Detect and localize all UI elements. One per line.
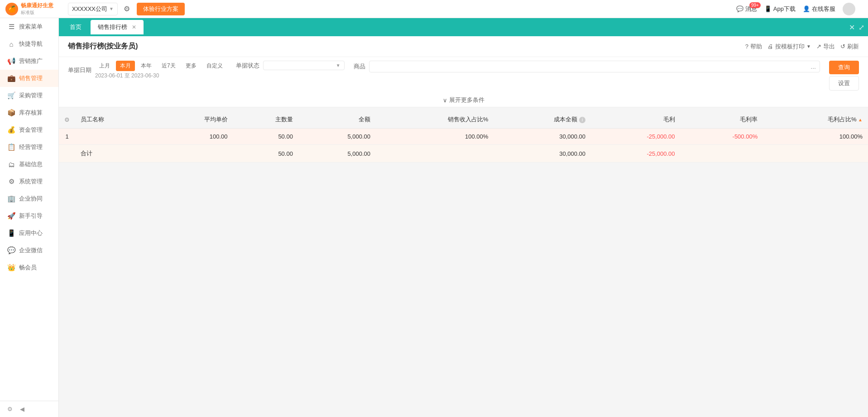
footer-gross-pct bbox=[763, 145, 868, 163]
cell-sales-pct: 100.00% bbox=[376, 129, 494, 145]
footer-label: 合计 bbox=[75, 145, 154, 163]
message-badge: 99+ bbox=[749, 2, 761, 8]
date-filter: 单据日期 上月 本月 本年 近7天 更多 自定义 2023-06-01 至 20… bbox=[68, 61, 227, 80]
col-cost: 成本全额 i bbox=[494, 111, 591, 129]
sidebar-item-label: 企业微信 bbox=[19, 246, 43, 254]
status-label: 单据状态 bbox=[236, 62, 259, 70]
footer-sales-pct bbox=[376, 145, 494, 163]
sidebar-item-label: 搜索菜单 bbox=[19, 23, 43, 31]
goods-label: 商品 bbox=[354, 62, 365, 71]
sidebar-item-inventory[interactable]: 📦 库存核算 bbox=[0, 104, 58, 121]
goods-select[interactable]: ... bbox=[369, 61, 820, 72]
message-button[interactable]: 💬 消息 99+ bbox=[736, 5, 757, 13]
tab-sales-rank[interactable]: 销售排行榜 ✕ bbox=[91, 20, 144, 34]
online-service-label: 在线客服 bbox=[812, 5, 835, 13]
col-sales-pct: 销售收入占比% bbox=[376, 111, 494, 129]
sidebar-item-sys-mgmt[interactable]: ⚙ 系统管理 bbox=[0, 173, 58, 190]
sidebar-item-basic-info[interactable]: 🗂 基础信息 bbox=[0, 156, 58, 173]
logo: 🍊 畅康通好生意 标准版 bbox=[5, 2, 53, 16]
expand-button[interactable]: ∨ 展开更多条件 bbox=[443, 96, 484, 104]
settings-icon[interactable]: ⚙ bbox=[120, 3, 133, 15]
sidebar-item-app-center[interactable]: 📱 应用中心 bbox=[0, 225, 58, 242]
refresh-icon: ↺ bbox=[840, 43, 845, 50]
app-download-button[interactable]: 📱 App下载 bbox=[764, 5, 796, 13]
page-header: 销售排行榜(按业务员) ? 帮助 🖨 按模板打印 ▼ ↗ 导出 ↺ 刷新 bbox=[59, 36, 868, 57]
date-btn-this-month[interactable]: 本月 bbox=[116, 61, 135, 71]
col-settings[interactable]: ⚙ bbox=[59, 111, 75, 129]
col-avg-price: 平均单价 bbox=[154, 111, 233, 129]
purchase-icon: 🛒 bbox=[7, 91, 15, 100]
cell-name bbox=[75, 129, 154, 145]
col-qty: 主数量 bbox=[233, 111, 298, 129]
filter-line-1: 单据日期 上月 本月 本年 近7天 更多 自定义 2023-06-01 至 20… bbox=[68, 61, 859, 91]
sidebar-item-search-order[interactable]: ☰ 搜索菜单 bbox=[0, 18, 58, 35]
tab-minimize-icon[interactable]: ✕ bbox=[849, 23, 855, 32]
status-select[interactable]: ▼ bbox=[263, 61, 345, 70]
date-btn-last-month[interactable]: 上月 bbox=[95, 61, 114, 71]
setting-button[interactable]: 设置 bbox=[829, 76, 859, 91]
date-btn-7days[interactable]: 近7天 bbox=[158, 61, 180, 71]
online-service-button[interactable]: 👤 在线客服 bbox=[803, 5, 835, 13]
guide-icon: 🚀 bbox=[7, 212, 15, 220]
col-gross: 毛利 bbox=[591, 111, 681, 129]
footer-qty: 50.00 bbox=[233, 145, 298, 163]
service-icon: 👤 bbox=[803, 5, 810, 12]
logo-icon: 🍊 bbox=[5, 3, 18, 15]
cell-qty: 50.00 bbox=[233, 129, 298, 145]
cell-amount: 5,000.00 bbox=[298, 129, 376, 145]
tab-home-label: 首页 bbox=[70, 23, 82, 31]
query-button[interactable]: 查询 bbox=[829, 61, 859, 74]
template-print-button[interactable]: 🖨 按模板打印 ▼ bbox=[767, 43, 811, 51]
sidebar-item-quick-nav[interactable]: ⌂ 快捷导航 bbox=[0, 35, 58, 53]
sidebar-item-marketing[interactable]: 📢 营销推广 bbox=[0, 53, 58, 70]
tab-maximize-icon[interactable]: ⤢ bbox=[858, 23, 864, 32]
refresh-button[interactable]: ↺ 刷新 bbox=[840, 43, 859, 51]
export-button[interactable]: ↗ 导出 bbox=[816, 43, 835, 51]
sidebar-item-label: 经营管理 bbox=[19, 143, 43, 151]
enterprise-wx-icon: 💬 bbox=[7, 246, 15, 254]
main-content: 首页 销售排行榜 ✕ ✕ ⤢ 销售排行榜(按业务员) ? 帮助 🖨 按模板打印 … bbox=[59, 18, 868, 163]
footer-amount: 5,000.00 bbox=[298, 145, 376, 163]
status-filter: 单据状态 ▼ bbox=[236, 61, 345, 70]
sidebar-item-label: 库存核算 bbox=[19, 109, 43, 117]
sidebar-item-fund-mgmt[interactable]: 💰 资金管理 bbox=[0, 121, 58, 139]
footer-gross-rate bbox=[681, 145, 763, 163]
trial-button[interactable]: 体验行业方案 bbox=[137, 3, 185, 15]
sidebar-item-enterprise[interactable]: 🏢 企业协同 bbox=[0, 190, 58, 207]
date-label: 单据日期 bbox=[68, 66, 91, 74]
chevron-down-icon: ∨ bbox=[443, 97, 447, 104]
sidebar-item-sales-mgmt[interactable]: 💼 销售管理 bbox=[0, 70, 58, 87]
cell-avg-price: 100.00 bbox=[154, 129, 233, 145]
top-bar: 🍊 畅康通好生意 标准版 XXXXXX公司 ▼ ⚙ 体验行业方案 💬 消息 99… bbox=[0, 0, 868, 18]
sidebar: ☰ 搜索菜单 ⌂ 快捷导航 📢 营销推广 💼 销售管理 🛒 采购管理 📦 库存核… bbox=[0, 18, 59, 417]
date-range: 2023-06-01 至 2023-06-30 bbox=[95, 72, 227, 80]
sidebar-item-ops-mgmt[interactable]: 📋 经营管理 bbox=[0, 139, 58, 156]
sidebar-item-member[interactable]: 👑 畅会员 bbox=[0, 259, 58, 276]
date-btn-this-year[interactable]: 本年 bbox=[137, 61, 156, 71]
sidebar-item-purchase-mgmt[interactable]: 🛒 采购管理 bbox=[0, 87, 58, 104]
goods-ellipsis: ... bbox=[810, 63, 816, 70]
table-footer-row: 合计 50.00 5,000.00 30,000.00 -25,000.00 bbox=[59, 145, 868, 163]
help-button[interactable]: ? 帮助 bbox=[745, 43, 762, 51]
sidebar-item-label: 基础信息 bbox=[19, 160, 43, 168]
filter-more-row: ∨ 展开更多条件 bbox=[68, 93, 859, 105]
tab-home[interactable]: 首页 bbox=[62, 20, 89, 34]
page-title: 销售排行榜(按业务员) bbox=[68, 42, 138, 51]
sidebar-item-new-guide[interactable]: 🚀 新手引导 bbox=[0, 207, 58, 225]
sidebar-item-label: 资金管理 bbox=[19, 126, 43, 134]
app-center-icon: 📱 bbox=[7, 229, 15, 237]
cell-rank: 1 bbox=[59, 129, 75, 145]
sidebar-settings-icon[interactable]: ⚙ bbox=[7, 406, 13, 412]
date-btn-custom[interactable]: 自定义 bbox=[202, 61, 227, 71]
col-gross-pct: 毛利占比% ▲ bbox=[763, 111, 868, 129]
member-icon: 👑 bbox=[7, 264, 15, 272]
tab-sales-rank-label: 销售排行榜 bbox=[98, 23, 127, 31]
right-action-buttons: 查询 设置 bbox=[829, 61, 859, 91]
sys-icon: ⚙ bbox=[7, 177, 15, 186]
sidebar-item-enterprise-wx[interactable]: 💬 企业微信 bbox=[0, 242, 58, 259]
date-btn-more[interactable]: 更多 bbox=[182, 61, 201, 71]
company-selector[interactable]: XXXXXX公司 ▼ bbox=[68, 3, 118, 15]
sidebar-collapse-icon[interactable]: ◀ bbox=[20, 406, 24, 412]
avatar[interactable] bbox=[843, 3, 855, 15]
tab-close-icon[interactable]: ✕ bbox=[132, 24, 136, 30]
